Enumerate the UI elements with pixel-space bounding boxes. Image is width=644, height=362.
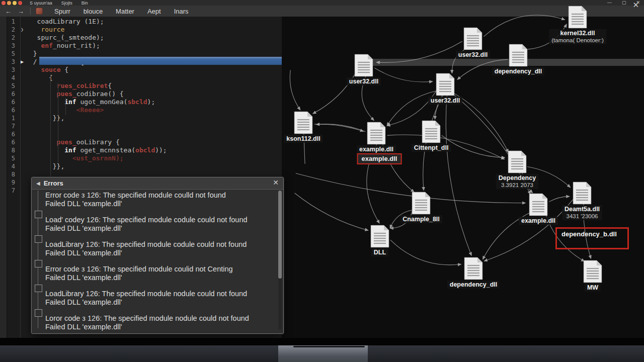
code-line[interactable]: 8inf oget_mcnnstea(obcld)); bbox=[0, 146, 282, 154]
node-label[interactable]: Cnample_8ll bbox=[400, 215, 442, 223]
back-button[interactable]: ← bbox=[5, 8, 12, 15]
dll-file-icon[interactable] bbox=[584, 260, 602, 283]
code-line[interactable]: 6<Reeee> bbox=[0, 106, 282, 114]
dll-file-icon[interactable] bbox=[529, 194, 547, 216]
node-label[interactable]: example.dll bbox=[357, 145, 396, 153]
fold-icon[interactable] bbox=[15, 187, 29, 195]
error-checkbox[interactable] bbox=[35, 211, 42, 218]
code-line[interactable]: 6 bbox=[0, 130, 282, 138]
fold-icon[interactable] bbox=[15, 146, 29, 154]
dll-file-icon[interactable] bbox=[371, 225, 389, 247]
line-number[interactable]: 3 bbox=[0, 58, 15, 66]
line-number[interactable]: 1 bbox=[0, 114, 15, 122]
code-line[interactable]: 7 bbox=[0, 122, 282, 130]
node-label[interactable]: DLL bbox=[371, 248, 388, 256]
fold-icon[interactable] bbox=[15, 18, 29, 26]
code-line[interactable]: 4{ bbox=[0, 74, 282, 82]
code-line[interactable]: 6inf ugot_monGea(sbcld); bbox=[0, 98, 282, 106]
node-label[interactable]: user32.dll bbox=[456, 51, 490, 59]
errors-panel-header[interactable]: ◀ Errors ✕ bbox=[32, 177, 283, 190]
dll-file-icon[interactable] bbox=[508, 151, 526, 173]
node-label[interactable]: kernel32.dll(tamona( Denotoer:) bbox=[549, 29, 606, 44]
traffic-light-icon[interactable] bbox=[7, 1, 11, 5]
titlebar-menu-item[interactable]: S uyuun'aa bbox=[30, 1, 52, 6]
error-checkbox[interactable] bbox=[35, 235, 42, 243]
dll-file-icon[interactable] bbox=[422, 121, 440, 143]
error-item[interactable]: Loror code з 126: The specified module n… bbox=[45, 314, 272, 331]
error-checkbox[interactable] bbox=[35, 285, 42, 292]
line-number[interactable]: 5 bbox=[0, 50, 15, 58]
line-number[interactable]: 2 bbox=[0, 26, 15, 34]
code-line[interactable]: 2spurc_(_smteode); bbox=[0, 34, 282, 42]
collapse-caret-icon[interactable]: ◀ bbox=[36, 180, 40, 186]
error-checkbox[interactable] bbox=[35, 309, 42, 317]
traffic-light-icon[interactable] bbox=[2, 1, 6, 5]
titlebar-menu-item[interactable]: Sjojts bbox=[61, 1, 72, 6]
code-line[interactable]: 6pues_ooLibrary { bbox=[0, 138, 282, 146]
node-label[interactable]: user32.dll bbox=[428, 97, 462, 105]
fold-icon[interactable] bbox=[15, 130, 29, 138]
error-highlight-chip[interactable]: example.dll bbox=[357, 153, 402, 164]
fold-icon[interactable] bbox=[15, 34, 29, 42]
error-item[interactable]: Error code з 126: The specified module c… bbox=[45, 265, 272, 282]
errors-close-icon[interactable]: ✕ bbox=[273, 178, 279, 187]
code-line[interactable]: 5<ust_osrnnN); bbox=[0, 154, 282, 162]
code-line[interactable]: 5rues_coLibret{ bbox=[0, 82, 282, 90]
line-number[interactable]: 5 bbox=[0, 154, 15, 162]
node-label[interactable]: Cittenpt_dll bbox=[412, 144, 451, 152]
toolbar-menu-item[interactable]: Matter bbox=[116, 8, 134, 15]
fold-icon[interactable] bbox=[15, 74, 29, 82]
line-number[interactable]: 1 bbox=[0, 18, 15, 26]
node-label[interactable]: dependency_dll bbox=[447, 281, 500, 289]
fold-icon[interactable] bbox=[15, 154, 29, 162]
fold-icon[interactable] bbox=[15, 98, 29, 106]
breakpoint-arrow-icon[interactable]: ▶ bbox=[15, 58, 29, 66]
line-number[interactable]: 6 bbox=[0, 98, 15, 106]
error-item[interactable]: LoadLibrary 126: The specified module co… bbox=[45, 240, 272, 257]
dependency-graph[interactable]: kernel32.dll(tamona( Denotoer:)user32.dl… bbox=[282, 0, 644, 338]
line-number[interactable]: 8 bbox=[0, 170, 15, 178]
traffic-light-icon[interactable] bbox=[13, 1, 17, 5]
fold-icon[interactable] bbox=[15, 90, 29, 98]
code-line[interactable]: 1}}, bbox=[0, 114, 282, 122]
code-line[interactable]: 3souce { bbox=[0, 66, 282, 74]
app-icon[interactable] bbox=[36, 8, 43, 15]
line-number[interactable]: 8 bbox=[0, 146, 15, 154]
line-number[interactable]: 5 bbox=[0, 82, 15, 90]
node-label[interactable]: example.dll bbox=[519, 217, 558, 225]
code-line[interactable]: 4}}, bbox=[0, 162, 282, 170]
error-checkbox[interactable] bbox=[35, 260, 42, 267]
line-number[interactable]: 3 bbox=[0, 66, 15, 74]
error-item[interactable]: Load' codey 126: The specified module co… bbox=[45, 216, 272, 232]
dll-file-icon[interactable] bbox=[412, 192, 430, 214]
error-item[interactable]: LoadLibrary 126: The specified module no… bbox=[45, 290, 272, 306]
fold-icon[interactable] bbox=[15, 42, 29, 50]
traffic-lights[interactable] bbox=[2, 1, 24, 5]
node-label[interactable]: dependency_dll bbox=[492, 67, 544, 75]
line-number[interactable]: 6 bbox=[0, 138, 15, 146]
line-number[interactable]: 2 bbox=[0, 34, 15, 42]
toolbar-menu-item[interactable]: Inars bbox=[174, 8, 189, 15]
dll-file-icon[interactable] bbox=[464, 257, 482, 280]
fold-icon[interactable] bbox=[15, 138, 29, 146]
line-number[interactable]: 9 bbox=[0, 178, 15, 187]
error-item[interactable]: Error code з 126: The specified module c… bbox=[45, 191, 272, 208]
line-number[interactable]: 7 bbox=[0, 122, 15, 130]
node-label[interactable]: kson112.dll bbox=[284, 135, 323, 143]
line-number[interactable]: 6 bbox=[0, 90, 15, 98]
code-line[interactable]: 3enf_nourt_rit); bbox=[0, 42, 282, 50]
node-label[interactable]: Dependency3.3921 2073 bbox=[496, 174, 538, 189]
fold-icon[interactable] bbox=[15, 170, 29, 178]
fold-icon[interactable] bbox=[15, 122, 29, 130]
fold-icon[interactable] bbox=[15, 106, 29, 114]
forward-button[interactable]: → bbox=[18, 8, 24, 15]
line-number[interactable]: 6 bbox=[0, 106, 15, 114]
dll-file-icon[interactable] bbox=[436, 73, 454, 96]
node-label[interactable]: Deamt5a.dll3431 '23006 bbox=[562, 205, 602, 220]
toolbar-menu-item[interactable]: Aept bbox=[147, 8, 161, 15]
fold-icon[interactable] bbox=[15, 178, 29, 187]
errors-scrollbar[interactable] bbox=[278, 191, 282, 329]
titlebar-menu-item[interactable]: Bin bbox=[82, 1, 88, 6]
toolbar-menu-item[interactable]: Spurr bbox=[54, 8, 70, 15]
line-number[interactable]: 4 bbox=[0, 74, 15, 82]
